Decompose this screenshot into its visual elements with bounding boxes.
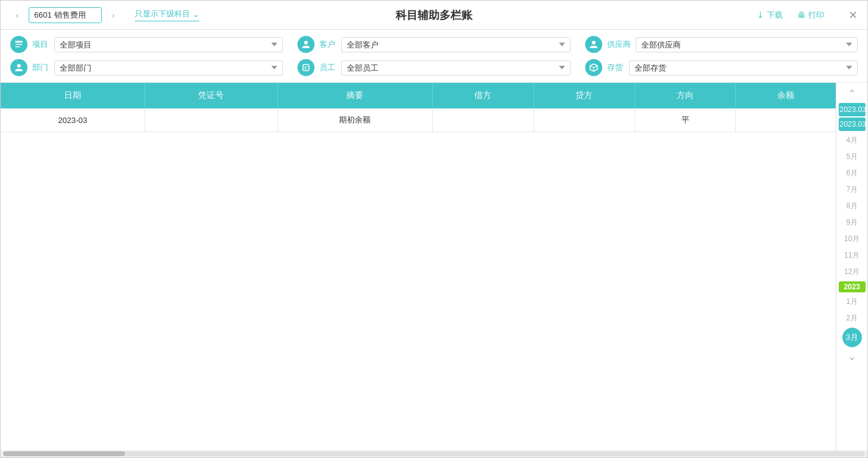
sidebar-month-item[interactable]: 10月 [836,231,868,247]
table-header-row: 日期 凭证号 摘要 借方 贷方 方向 余额 [1,83,836,108]
department-icon [10,59,27,76]
project-icon [10,36,27,53]
sidebar-month-item[interactable]: 11月 [836,247,868,264]
employee-label: 员工 [319,62,336,73]
download-icon: ⤓ [757,10,764,19]
show-sub-label: 只显示下级科目 [135,9,190,19]
print-icon: 🖶 [797,10,805,19]
col-credit: 贷方 [533,83,635,108]
cell-balance [736,108,836,132]
inventory-icon [585,59,602,76]
cell-voucher [145,108,277,132]
sidebar-month-item[interactable]: 3月 [842,328,862,347]
table-main[interactable]: 日期 凭证号 摘要 借方 贷方 方向 余额 2023-03 期初余额 平 [1,83,836,450]
col-direction: 方向 [635,83,736,108]
customer-select[interactable]: 全部客户 [341,37,570,52]
filter-area: 项目 全部项目 客户 全部客户 供应商 全部供应商 [1,30,867,83]
svg-rect-5 [303,65,309,71]
supplier-label: 供应商 [607,39,631,50]
col-debit: 借方 [432,83,533,108]
sidebar-month-item[interactable]: 2023 [839,281,866,292]
col-date: 日期 [1,83,145,108]
col-balance: 余额 [736,83,836,108]
sidebar-scroll-down[interactable]: ⌄ [836,348,867,365]
account-code: 6601 销售费用 [29,7,102,23]
customer-icon [297,36,315,53]
inventory-select[interactable]: 全部存货 [629,60,858,76]
sidebar-month-item[interactable]: 1月 [836,294,868,310]
close-button[interactable]: ✕ [848,9,858,22]
sidebar-month-item[interactable]: 9月 [836,214,868,231]
sidebar-month-item[interactable]: 8月 [836,198,868,214]
project-select[interactable]: 全部项目 [54,37,283,52]
sidebar-items-container: 2023.032023.034月5月6月7月8月9月10月11月12月20231… [836,102,868,348]
department-select[interactable]: 全部部门 [54,60,283,76]
download-label: 下载 [767,10,783,21]
main-window: ‹ 6601 销售费用 › 只显示下级科目 ⌄ 科目辅助多栏账 ⤓ 下载 🖶 打… [0,0,868,458]
cell-direction: 平 [635,108,736,132]
cell-summary: 期初余额 [277,108,432,132]
sidebar-month-item[interactable]: 5月 [836,149,868,165]
customer-label: 客户 [319,39,336,50]
sidebar-month-item[interactable]: 7月 [836,181,868,198]
title-bar: ‹ 6601 销售费用 › 只显示下级科目 ⌄ 科目辅助多栏账 ⤓ 下载 🖶 打… [1,1,867,30]
scrollbar-track [3,451,865,456]
table-row[interactable]: 2023-03 期初余额 平 [1,108,836,132]
download-button[interactable]: ⤓ 下载 [757,10,783,21]
prev-account-button[interactable]: ‹ [10,9,24,22]
print-button[interactable]: 🖶 打印 [797,10,824,21]
filter-row-inventory: 存货 全部存货 [585,59,858,76]
svg-rect-1 [15,44,23,45]
svg-rect-0 [15,41,23,43]
sidebar-month-item[interactable]: 2月 [836,310,868,326]
right-sidebar: ⌃ 2023.032023.034月5月6月7月8月9月10月11月12月202… [836,83,867,450]
filter-row-department: 部门 全部部门 [10,59,283,76]
table-body: 2023-03 期初余额 平 [1,108,836,132]
inventory-label: 存货 [607,62,624,73]
scrollbar-thumb[interactable] [3,451,125,456]
sidebar-month-item[interactable]: 6月 [836,165,868,181]
sidebar-month-item[interactable]: 12月 [836,264,868,280]
employee-icon [297,59,315,76]
svg-point-3 [592,41,596,44]
supplier-icon [585,36,602,53]
title-bar-right: ⤓ 下载 🖶 打印 ✕ [757,9,858,22]
project-label: 项目 [32,39,49,50]
show-sub-dropdown[interactable]: 只显示下级科目 ⌄ [135,9,199,21]
ledger-table: 日期 凭证号 摘要 借方 贷方 方向 余额 2023-03 期初余额 平 [1,83,836,132]
supplier-select[interactable]: 全部供应商 [636,37,858,52]
next-account-button[interactable]: › [107,9,120,22]
sidebar-scroll-up[interactable]: ⌃ [836,85,867,102]
sidebar-month-item[interactable]: 2023.03 [839,118,866,131]
empty-space [1,132,836,376]
print-label: 打印 [808,10,824,21]
page-title: 科目辅助多栏账 [396,8,472,23]
cell-credit [533,108,635,132]
filter-row-employee: 员工 全部员工 [297,59,570,76]
title-bar-left: ‹ 6601 销售费用 › 只显示下级科目 ⌄ [10,7,199,23]
col-voucher: 凭证号 [145,83,277,108]
filter-row-supplier: 供应商 全部供应商 [585,36,858,53]
employee-select[interactable]: 全部员工 [341,60,570,76]
chevron-down-icon: ⌄ [193,10,199,19]
svg-point-4 [17,64,21,68]
department-label: 部门 [32,62,49,73]
cell-debit [432,108,533,132]
cell-date: 2023-03 [1,108,145,132]
table-container: 日期 凭证号 摘要 借方 贷方 方向 余额 2023-03 期初余额 平 [1,83,867,450]
svg-rect-2 [15,46,20,48]
sidebar-month-item[interactable]: 2023.03 [839,103,866,116]
col-summary: 摘要 [277,83,432,108]
filter-row-customer: 客户 全部客户 [297,36,570,53]
sidebar-month-item[interactable]: 4月 [836,132,868,149]
horizontal-scrollbar[interactable] [1,450,867,457]
filter-row-project: 项目 全部项目 [10,36,283,53]
